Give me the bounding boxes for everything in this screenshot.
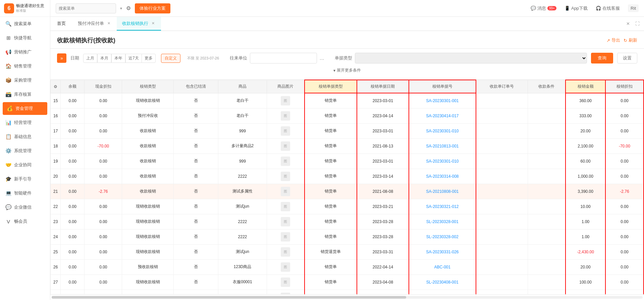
date-opt-this-month[interactable]: 本月 (97, 54, 111, 63)
cell-discount: 0.00 (605, 244, 644, 259)
cell-bill-no: SL-20230408-001 (409, 274, 476, 290)
cell-order-no (476, 229, 528, 244)
th-writeoff-type: 核销类型 (122, 80, 174, 93)
data-table-container[interactable]: ⚙ 余额 现金折扣 核销类型 包含已结清 商品 商品图片 核销单据类型 核销单据… (50, 80, 644, 294)
tab-writeoff[interactable]: 收款核销执行 ✕ (117, 17, 161, 31)
cell-writeoff-type: 现销收款核销 (122, 274, 174, 290)
tab-writeoff-close[interactable]: ✕ (150, 21, 156, 26)
tab-home[interactable]: 首页 (50, 17, 72, 31)
date-custom-button[interactable]: 自定义 (161, 54, 180, 63)
order-type-select[interactable] (355, 53, 587, 63)
maximize-icon[interactable]: ⛶ (633, 20, 641, 28)
table-row: 15 0.00 0.00 现销收款核销 否 老白干 图 销货单 2023-03-… (51, 93, 644, 108)
cell-pay-cond (528, 229, 566, 244)
cell-num: 25 (51, 244, 61, 259)
sidebar-item-basic[interactable]: 📋基础信息 (0, 130, 50, 144)
cell-pay-cond (528, 154, 566, 169)
cell-bill-no: SL-20230328-001 (409, 214, 476, 229)
sidebar-label-guide: 新手引导 (14, 176, 32, 182)
sidebar-item-hardware[interactable]: 💻智能硬件 (0, 186, 50, 200)
cell-writeoff-type: 收款核销 (122, 169, 174, 184)
cell-goods: 测试jun (218, 244, 267, 259)
cell-goods-img: 图 (267, 138, 305, 154)
cell-goods: 123D商品 (218, 259, 267, 274)
export-button[interactable]: ↗ 导出 (606, 37, 620, 43)
cell-cash-discount: 0.00 (85, 244, 122, 259)
sidebar-item-sales[interactable]: 🏠销售管理 (0, 59, 50, 73)
cell-goods: 999 (218, 154, 267, 169)
settings-button[interactable]: 设置 (617, 53, 637, 63)
cell-discount: 0.00 (605, 290, 644, 294)
sidebar-item-marketing[interactable]: 📢营销推广 (0, 45, 50, 59)
refresh-icon: ↻ (624, 38, 627, 43)
unit-more-icon[interactable]: ... (320, 55, 324, 61)
date-opt-this-year[interactable]: 本年 (111, 54, 125, 63)
wechat-icon: 💬 (5, 204, 11, 210)
search-input[interactable] (56, 3, 116, 13)
filter-expand-button[interactable]: » (57, 53, 66, 63)
sidebar-item-inventory[interactable]: 🗃️库存核算 (0, 87, 50, 101)
sidebar-item-search[interactable]: 🔍搜索菜单 (0, 17, 50, 31)
sidebar-item-wechat[interactable]: 💬企业微信 (0, 200, 50, 214)
cell-discount: -70.00 (605, 138, 644, 154)
expand-more-button[interactable]: ▾ 展开更多条件 (331, 66, 363, 75)
sidebar-item-enterprise[interactable]: 🤝企业协同 (0, 158, 50, 172)
cell-order-no (476, 138, 528, 154)
cell-bill-no: SL-20230418-001 (409, 290, 476, 294)
enterprise-icon: 🤝 (5, 162, 11, 168)
cell-bill-type: 销货单 (305, 154, 357, 169)
query-button[interactable]: 查询 (591, 53, 613, 63)
cell-writeoff-type: 现销收款核销 (122, 214, 174, 229)
cell-goods-img: 图 (267, 244, 305, 259)
online-service-button[interactable]: 🎧 在线客服 (596, 5, 620, 11)
table-row: 28 0.00 0.00 现销收款核销 否 2222 图 销货单 2023-04… (51, 290, 644, 294)
industry-solution-button[interactable]: 体验行业方案 (135, 3, 170, 13)
cell-order-no (476, 154, 528, 169)
cell-num: 21 (51, 184, 61, 199)
app-icon: 📱 (565, 6, 570, 11)
purchase-icon: 📦 (5, 77, 11, 83)
cell-balance: 0.00 (61, 108, 85, 123)
unit-label: 往来单位 (230, 55, 247, 61)
cell-amount: 20.00 (566, 123, 605, 138)
sidebar-item-member[interactable]: V畅会员 (0, 214, 50, 228)
sidebar-item-system[interactable]: ⚙️系统管理 (0, 144, 50, 158)
date-opt-7days[interactable]: 近7天 (125, 54, 142, 63)
message-icon: 💬 (531, 6, 536, 11)
message-button[interactable]: 💬 消息 99+ (531, 5, 556, 11)
cell-num: 24 (51, 229, 61, 244)
horizontal-scrollbar[interactable] (50, 294, 644, 300)
tab-actions: ✕ ⛶ (621, 17, 644, 31)
cell-bill-date: 2023-03-14 (357, 169, 409, 184)
cell-bill-type: 销货单 (305, 184, 357, 199)
unit-input[interactable] (250, 53, 317, 63)
sidebar-item-finance[interactable]: 💰资金管理 (3, 102, 47, 115)
sidebar-item-operation[interactable]: 📊经营管理 (0, 116, 50, 130)
table-row: 16 0.00 0.00 预付冲应收 否 老白干 图 销货单 2023-04-1… (51, 108, 644, 123)
cell-writeoff-type: 收款核销 (122, 184, 174, 199)
chevron-down-icon[interactable]: ▾ (120, 6, 122, 11)
sidebar-item-quicknav[interactable]: ⊞快捷导航 (0, 31, 50, 45)
table-row: 24 0.00 0.00 现销收款核销 否 2222 图 销货单 2023-03… (51, 229, 644, 244)
cell-bill-type: 销货单 (305, 93, 357, 108)
sidebar-label-member: 畅会员 (14, 218, 27, 224)
tab-prepay[interactable]: 预付冲应付单 ✕ (72, 17, 117, 31)
refresh-button[interactable]: ↻ 刷新 (624, 37, 637, 43)
scrollbar-thumb[interactable] (52, 296, 406, 299)
scrollbar-track[interactable] (52, 296, 643, 299)
app-download-button[interactable]: 📱 App下载 (565, 5, 588, 11)
cell-balance: 0.00 (61, 93, 85, 108)
sidebar-item-guide[interactable]: 🎓新手引导 (0, 172, 50, 186)
th-cash-discount: 现金折扣 (85, 80, 122, 93)
close-tab-icon[interactable]: ✕ (624, 20, 632, 28)
cell-balance: 0.00 (61, 123, 85, 138)
date-opt-last-month[interactable]: 上月 (83, 54, 97, 63)
cell-discount: 0.00 (605, 93, 644, 108)
settings-icon[interactable]: ⚙ (126, 5, 131, 11)
th-bill-type: 核销单据类型 (305, 80, 357, 93)
sidebar-label-hardware: 智能硬件 (14, 190, 32, 196)
sidebar-item-purchase[interactable]: 📦采购管理 (0, 73, 50, 87)
date-opt-more[interactable]: 更多 (142, 54, 156, 63)
th-balance: 余额 (61, 80, 85, 93)
tab-prepay-close[interactable]: ✕ (106, 21, 111, 26)
